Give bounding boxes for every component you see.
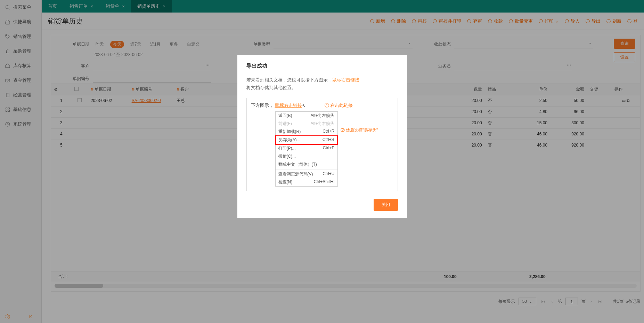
ctx-shortcut: Ctrl+Shift+I <box>313 179 334 185</box>
ctx-item-8: 检查(N) Ctrl+Shift+I <box>276 178 337 186</box>
ctx-label: 打印(P)... <box>278 145 296 151</box>
ctx-item-2: 重新加载(R) Ctrl+R <box>276 128 337 136</box>
close-button[interactable]: 关闭 <box>374 199 398 211</box>
ctx-label: 翻成中文（简体）(T) <box>278 162 317 167</box>
ctx-label: 检查(N) <box>278 179 293 185</box>
illustration-prefix: 下方图示， <box>251 102 274 109</box>
ctx-item-7: 查看网页源代码(V) Ctrl+U <box>276 170 337 178</box>
ctx-item-6: 翻成中文（简体）(T) <box>276 160 337 168</box>
modal-title: 导出成功 <box>246 63 398 69</box>
ctx-shortcut: Alt+向左箭头 <box>310 113 334 119</box>
ctx-label: 前进(F) <box>278 121 292 127</box>
ctx-item-4: 打印(P)... Ctrl+P <box>276 144 337 152</box>
cursor-icon: ↖ <box>302 103 306 108</box>
annotation-1: ① 右击此链接 <box>325 102 353 109</box>
illustration-link: 鼠标右击链接 <box>275 102 302 109</box>
ctx-shortcut: Ctrl+R <box>323 129 334 135</box>
ctx-item-0: 返回(B) Alt+向左箭头 <box>276 112 337 120</box>
annotation-2: ② 然后选择"另存为" <box>341 127 378 133</box>
modal-text-2: 将文档存储到其他位置。 <box>246 84 398 92</box>
ctx-shortcut: Ctrl+P <box>323 145 335 151</box>
ctx-label: 返回(B) <box>278 113 292 119</box>
ctx-item-1: 前进(F) Alt+向右箭头 <box>276 120 337 128</box>
ctx-label: 投射(C)... <box>278 153 296 159</box>
modal-text-1: 若未看到相关文档，您也可以按下方图示， <box>246 77 332 82</box>
ctx-shortcut: Ctrl+S <box>323 137 334 143</box>
ctx-label: 重新加载(R) <box>278 129 301 135</box>
modal-link-1[interactable]: 鼠标右击链接 <box>332 77 359 82</box>
ctx-item-3: 另存为(A)... Ctrl+S <box>275 135 338 145</box>
ctx-label: 另存为(A)... <box>279 137 300 143</box>
export-success-modal: 导出成功 若未看到相关文档，您也可以按下方图示，鼠标右击链接 将文档存储到其他位… <box>237 55 407 218</box>
modal-overlay: 导出成功 若未看到相关文档，您也可以按下方图示，鼠标右击链接 将文档存储到其他位… <box>0 0 644 323</box>
ctx-label: 查看网页源代码(V) <box>278 171 313 177</box>
ctx-shortcut: Ctrl+U <box>323 171 334 177</box>
ctx-item-5: 投射(C)... <box>276 152 337 160</box>
ctx-shortcut: Alt+向右箭头 <box>310 121 334 127</box>
context-menu-illustration: 返回(B) Alt+向左箭头 前进(F) Alt+向右箭头 重新加载(R) Ct… <box>275 111 338 187</box>
modal-illustration: 下方图示，鼠标右击链接 ↖ ① 右击此链接 返回(B) Alt+向左箭头 前进(… <box>246 98 398 191</box>
